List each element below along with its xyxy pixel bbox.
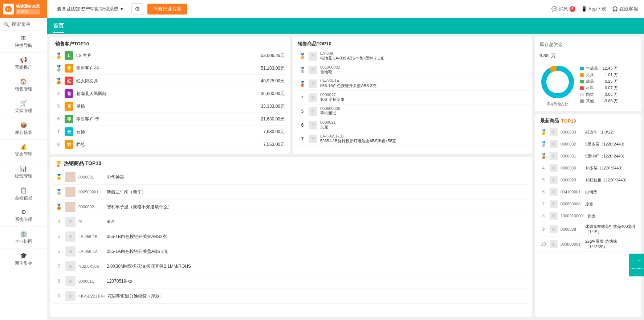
rank-number: 🥇 bbox=[55, 52, 62, 59]
float-service-btn[interactable]: 客服热线 bbox=[629, 254, 644, 261]
hot-product-item: 🥇 0000001 中华神器 bbox=[53, 170, 529, 185]
sales-ranking-header: 销售客户TOP10 bbox=[50, 37, 290, 49]
system-selector[interactable]: 装备及固定资产辅助管理系统 ▾ bbox=[53, 4, 127, 14]
hot-product-item: 6 图 LA-056-1A 056-1A白色按键开关盖ABS 3克 bbox=[53, 244, 529, 259]
rank-avatar: 苍 bbox=[65, 89, 73, 98]
marketing-label: 营销推广 bbox=[15, 64, 32, 70]
rank-name: LS 客户 bbox=[76, 53, 258, 59]
settings-button[interactable]: ⚙ bbox=[131, 3, 143, 15]
hot-name: 智利车子里（规格不知道填什么） bbox=[107, 204, 527, 210]
purchase-label: 采购管理 bbox=[15, 108, 32, 114]
newest-code: 000800008 bbox=[561, 202, 582, 206]
hot-products-title: 热销商品 TOP10 bbox=[64, 160, 101, 167]
newest-thumb: 图 bbox=[550, 212, 558, 220]
sidebar-item-sales[interactable]: 🏠 销售管理 bbox=[0, 74, 47, 96]
product-rank-item: 6 图 0000021 夹克 bbox=[295, 118, 529, 132]
newest-product-item: 🥉 图 0000031 5厘中纤（1220*2440） bbox=[538, 150, 638, 162]
product-name: 056-1A白色按键开关盖ABS 3克 bbox=[320, 83, 526, 89]
search-menu-btn[interactable]: 🔍 搜索菜单 bbox=[4, 21, 43, 28]
chart-label: 库存资金占比 bbox=[547, 102, 568, 107]
hot-name: 056-1B白色按键开关夹ABS2克 bbox=[107, 234, 527, 240]
donut-chart bbox=[539, 64, 576, 100]
product-thumb: 图 bbox=[309, 79, 317, 88]
newest-name: 22g鱼豆腐-烧烤味（1*12*20） bbox=[585, 239, 636, 250]
rank-avatar: 星 bbox=[65, 102, 73, 111]
product-rank-item: 🥇 图 LA-089 电池盖 LA-089 ABS本色+黑种 7.1克 bbox=[295, 49, 529, 63]
app-download-btn[interactable]: 📱 App下载 bbox=[581, 6, 606, 12]
newest-product-item: 6 图 004100001 白钢垫 bbox=[538, 186, 638, 198]
trial-button[interactable]: 体验行业方案 bbox=[147, 4, 187, 15]
system-name: 装备及固定资产辅助管理系统 bbox=[57, 6, 118, 12]
product-ranking-title: 销售商品TOP10 bbox=[298, 41, 331, 47]
sidebar-item-finance[interactable]: 💰 资金管理 bbox=[0, 140, 47, 161]
rank-name: 零售客户-于 bbox=[76, 116, 258, 122]
rank-item: 🥈 零 零售客户-许 51,183.00元 bbox=[53, 62, 287, 75]
inventory-title: 库存总资金 bbox=[539, 41, 637, 48]
sidebar-item-shortcuts[interactable]: ⊞ 快捷导航 bbox=[0, 31, 47, 53]
rank-number: 🥉 bbox=[55, 78, 62, 85]
sidebar-item-inventory[interactable]: 📦 库存核算 bbox=[0, 118, 47, 140]
rank-number: 8 bbox=[55, 142, 62, 147]
rank-number: 5 bbox=[55, 104, 62, 109]
newest-name: 白钢垫 bbox=[585, 189, 636, 195]
float-community-btn[interactable]: 服务社区 bbox=[629, 261, 644, 269]
system-label: 系统管理 bbox=[15, 217, 32, 223]
sidebar-search-section[interactable]: 🔍 搜索菜单 bbox=[0, 18, 47, 31]
legend-item: 材料 0.07 万 bbox=[580, 85, 618, 91]
sidebar-item-marketing[interactable]: 📢 营销推广 bbox=[0, 53, 47, 74]
home-tab[interactable]: 首页 bbox=[53, 20, 64, 33]
top-rankings-section: 销售客户TOP10 🥇 L LS 客户 53,006.26元 🥈 零 零售客户-… bbox=[47, 34, 535, 157]
newest-thumb: 图 bbox=[550, 140, 558, 148]
product-name: 电池盖 LA-089 ABS本色+黑种 7.1克 bbox=[320, 56, 526, 61]
newest-code: 0000030 bbox=[561, 166, 582, 170]
rank-amount: 51,183.00元 bbox=[261, 65, 285, 71]
guide-icon: 🎓 bbox=[20, 252, 27, 259]
sidebar-item-system[interactable]: ⚙ 系统管理 bbox=[0, 205, 47, 227]
product-thumb: 图 bbox=[309, 107, 317, 116]
sales-label: 销售管理 bbox=[15, 86, 32, 92]
hot-rank-num: 🥈 bbox=[55, 189, 62, 195]
hot-name: 花语萌恒温分娩糊袋（厚款） bbox=[107, 293, 527, 299]
trophy-icon: 🏆 bbox=[55, 161, 61, 167]
legend-name: 半成品 bbox=[586, 66, 600, 71]
product-name: 雪地靴 bbox=[320, 69, 526, 75]
legend-name: 肉类 bbox=[586, 92, 600, 97]
product-info: LA-089 电池盖 LA-089 ABS本色+黑种 7.1克 bbox=[320, 51, 526, 61]
messages-btn[interactable]: 💬 消息 6 bbox=[551, 6, 575, 12]
hot-product-item: 4 图 01 45# bbox=[53, 214, 529, 229]
legend-color bbox=[580, 93, 584, 97]
inventory-label: 库存核算 bbox=[15, 130, 32, 136]
sidebar-item-operations[interactable]: 📊 经营管理 bbox=[0, 161, 47, 183]
newest-thumb: 图 bbox=[550, 225, 558, 233]
hot-rank-num: 🥉 bbox=[55, 204, 62, 210]
hot-name: 056-1A白色按键开关盖ABS 3克 bbox=[107, 249, 527, 255]
float-live-btn[interactable]: 直播 bbox=[629, 269, 644, 276]
rank-amount: 53,006.26元 bbox=[261, 53, 285, 59]
donut-svg bbox=[539, 64, 576, 100]
newest-rank-num: 7 bbox=[540, 201, 547, 206]
hot-name: 12070519-xs bbox=[107, 279, 527, 284]
sidebar-item-base[interactable]: 📋 基础信息 bbox=[0, 183, 47, 205]
base-label: 基础信息 bbox=[15, 195, 32, 201]
sidebar-item-guide[interactable]: 🎓 新手引导 bbox=[0, 249, 47, 270]
newest-product-item: 8 图 10000100001 原盒 bbox=[538, 210, 638, 222]
product-rank-num: 6 bbox=[299, 123, 306, 128]
product-rank-item: 4 图 0000017 10S 变扭罗浆 bbox=[295, 91, 529, 104]
purchase-icon: 🛒 bbox=[20, 100, 27, 107]
rank-amount: 36,600.00元 bbox=[261, 91, 285, 97]
newest-products-card: 最新商品 TOP10 🥇 图 0000033 封边带（1.0*22） 🥈 图 0… bbox=[535, 114, 641, 317]
legend-name: 其他 bbox=[586, 98, 600, 104]
shortcuts-label: 快捷导航 bbox=[15, 42, 32, 49]
sales-ranking-list: 🥇 L LS 客户 53,006.26元 🥈 零 零售客户-许 51,183.0… bbox=[50, 49, 290, 154]
product-name: 10S 变扭罗浆 bbox=[320, 97, 526, 102]
sidebar-item-collab[interactable]: 🏢 企业协同 bbox=[0, 227, 47, 249]
sidebar-item-purchase[interactable]: 🛒 采购管理 bbox=[0, 96, 47, 118]
legend-value: 12.45 万 bbox=[603, 66, 618, 71]
rank-item: 6 零 零售客户-于 21,680.00元 bbox=[53, 113, 287, 126]
online-service-btn[interactable]: 🎧 在线客服 bbox=[612, 6, 638, 12]
sales-icon: 🏠 bbox=[20, 78, 27, 85]
newest-name: 5厘多层（1220*2440） bbox=[585, 141, 636, 147]
hot-product-item: 8 图 0000011 12070519-xs bbox=[53, 274, 529, 289]
hot-product-item: 9 图 KK-SD22110H 花语萌恒温分娩糊袋（厚款） bbox=[53, 289, 529, 304]
newest-rank-num: 🥉 bbox=[540, 153, 547, 159]
